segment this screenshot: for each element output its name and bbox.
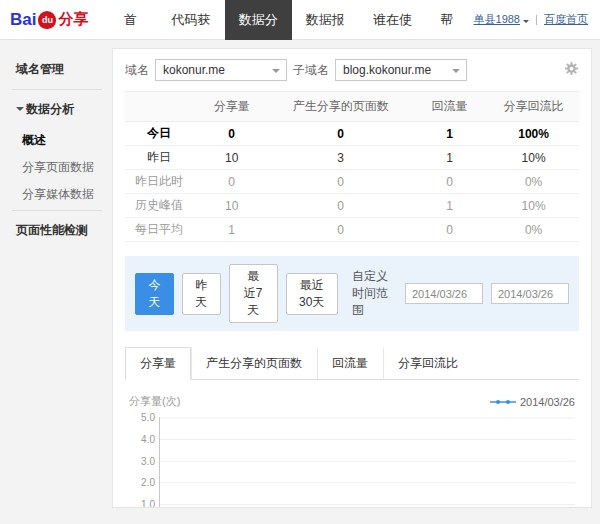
nav-get-code[interactable]: 代码获取 (158, 0, 225, 40)
logo-text-bai: Bai (10, 10, 36, 30)
nav-help[interactable]: 帮助 (426, 0, 474, 40)
domain-label: 域名 (125, 62, 149, 79)
domain-select-value: kokonur.me (163, 63, 225, 77)
cell-value: 1 (193, 218, 270, 242)
chevron-down-icon (452, 69, 460, 77)
table-row-daily-average: 每日平均 1 0 0 0% (125, 218, 579, 242)
subdomain-select[interactable]: blog.kokonur.me (335, 59, 467, 81)
chart-container: 分享量(次) 2014/03/26 5.0 4.0 3.0 2.0 1.0 0.… (113, 380, 591, 508)
tab-returns[interactable]: 回流量 (317, 347, 383, 380)
col-header-shares: 分享量 (193, 92, 270, 122)
tab-shares[interactable]: 分享量 (125, 347, 191, 380)
cell-value: 0 (193, 122, 270, 146)
chart-header: 分享量(次) 2014/03/26 (129, 394, 575, 409)
chevron-down-icon (16, 107, 24, 115)
start-date-input[interactable] (405, 283, 483, 304)
chart-y-axis-title: 分享量(次) (129, 394, 180, 409)
last-30-days-button[interactable]: 最近30天 (286, 273, 338, 315)
sidebar-item-domain-manage[interactable]: 域名管理 (8, 52, 106, 87)
end-date-input[interactable] (491, 283, 569, 304)
cell-value: 10 (193, 194, 270, 218)
chevron-down-icon (272, 69, 280, 77)
cell-value: 1 (411, 122, 488, 146)
cell-value: 0 (411, 218, 488, 242)
cell-value: 1 (411, 194, 488, 218)
nav-data-analysis[interactable]: 数据分析 (225, 0, 292, 40)
table-row-yesterday: 昨日 10 3 1 10% (125, 146, 579, 170)
sidebar-section-data-analysis[interactable]: 数据分析 (8, 92, 106, 127)
row-label: 每日平均 (125, 218, 193, 242)
domain-select[interactable]: kokonur.me (155, 59, 287, 81)
filter-bar: 域名 kokonur.me 子域名 blog.kokonur.me (113, 49, 591, 89)
user-link[interactable]: 单县1988 (474, 12, 520, 27)
sidebar: 域名管理 数据分析 概述 分享页面数据 分享媒体数据 页面性能检测 (8, 48, 106, 508)
row-label: 昨日 (125, 146, 193, 170)
main-nav: 首页 代码获取 数据分析 数据报告 谁在使用 帮助 (110, 0, 474, 40)
nav-data-report[interactable]: 数据报告 (292, 0, 359, 40)
last-7-days-button[interactable]: 最近7天 (229, 264, 278, 323)
sidebar-item-overview[interactable]: 概述 (8, 127, 106, 154)
col-header-returns: 回流量 (411, 92, 488, 122)
user-caret-down-icon[interactable] (523, 20, 529, 26)
baidu-paw-icon: du (38, 11, 56, 29)
y-tick-label: 2.0 (129, 477, 155, 488)
sidebar-item-share-page-data[interactable]: 分享页面数据 (8, 154, 106, 181)
cell-value: 100% (488, 122, 579, 146)
line-chart (159, 417, 575, 508)
sidebar-item-performance-check[interactable]: 页面性能检测 (8, 213, 106, 248)
subdomain-label: 子域名 (293, 62, 329, 79)
legend-label: 2014/03/26 (520, 396, 575, 408)
cell-value: 3 (270, 146, 411, 170)
cell-value: 0 (270, 122, 411, 146)
chart-tabs: 分享量 产生分享的页面数 回流量 分享回流比 (125, 347, 579, 380)
chart-legend: 2014/03/26 (490, 396, 575, 408)
sidebar-item-share-media-data[interactable]: 分享媒体数据 (8, 181, 106, 208)
baidu-share-logo[interactable]: Bai du 分享 (10, 10, 110, 30)
sidebar-divider (12, 210, 102, 211)
cell-value: 0 (270, 218, 411, 242)
cell-value: 10% (488, 146, 579, 170)
subdomain-select-value: blog.kokonur.me (343, 63, 431, 77)
summary-table: 分享量 产生分享的页面数 回流量 分享回流比 今日 0 0 1 100% (125, 91, 579, 242)
row-label: 历史峰值 (125, 194, 193, 218)
cell-value: 0 (270, 194, 411, 218)
tab-return-ratio[interactable]: 分享回流比 (383, 347, 473, 380)
table-row-history-peak: 历史峰值 10 0 1 10% (125, 194, 579, 218)
date-filter-strip: 今天 昨天 最近7天 最近30天 自定义时间范围 (125, 256, 579, 331)
cell-value: 0 (270, 170, 411, 194)
row-label: 今日 (125, 122, 193, 146)
page-content: 域名管理 数据分析 概述 分享页面数据 分享媒体数据 页面性能检测 域名 kok… (0, 40, 600, 516)
baidu-home-link[interactable]: 百度首页 (544, 12, 588, 27)
tab-share-pages[interactable]: 产生分享的页面数 (191, 347, 317, 380)
y-axis-labels: 5.0 4.0 3.0 2.0 1.0 0.0 (129, 412, 155, 508)
y-tick-label: 3.0 (129, 456, 155, 467)
main-panel: 域名 kokonur.me 子域名 blog.kokonur.me (112, 48, 592, 508)
cell-value: 0% (488, 218, 579, 242)
cell-value: 10% (488, 194, 579, 218)
yesterday-button[interactable]: 昨天 (182, 273, 221, 315)
y-tick-label: 4.0 (129, 434, 155, 445)
summary-table-wrap: 分享量 产生分享的页面数 回流量 分享回流比 今日 0 0 1 100% (113, 89, 591, 242)
cell-value: 10 (193, 146, 270, 170)
cell-value: 0% (488, 170, 579, 194)
top-header: Bai du 分享 首页 代码获取 数据分析 数据报告 谁在使用 帮助 单县19… (0, 0, 600, 40)
y-tick-label: 1.0 (129, 499, 155, 508)
header-user-area: 单县1988 百度首页 (474, 12, 588, 27)
gear-icon[interactable] (564, 61, 579, 79)
nav-who-uses[interactable]: 谁在使用 (359, 0, 426, 40)
y-tick-label: 5.0 (129, 412, 155, 423)
cell-value: 0 (193, 170, 270, 194)
sidebar-divider (12, 89, 102, 90)
table-row-yesterday-same-time: 昨日此时 0 0 0 0% (125, 170, 579, 194)
today-button[interactable]: 今天 (135, 273, 174, 315)
table-header-row: 分享量 产生分享的页面数 回流量 分享回流比 (125, 92, 579, 122)
col-header-blank (125, 92, 193, 122)
logo-text-share: 分享 (58, 10, 88, 29)
nav-home[interactable]: 首页 (110, 0, 158, 40)
row-label: 昨日此时 (125, 170, 193, 194)
legend-line-marker-icon (490, 398, 516, 406)
chart-body: 5.0 4.0 3.0 2.0 1.0 0.0 0123456789101112… (129, 417, 575, 508)
cell-value: 0 (411, 170, 488, 194)
sidebar-section-label: 数据分析 (26, 102, 74, 116)
custom-range-label: 自定义时间范围 (352, 268, 397, 319)
